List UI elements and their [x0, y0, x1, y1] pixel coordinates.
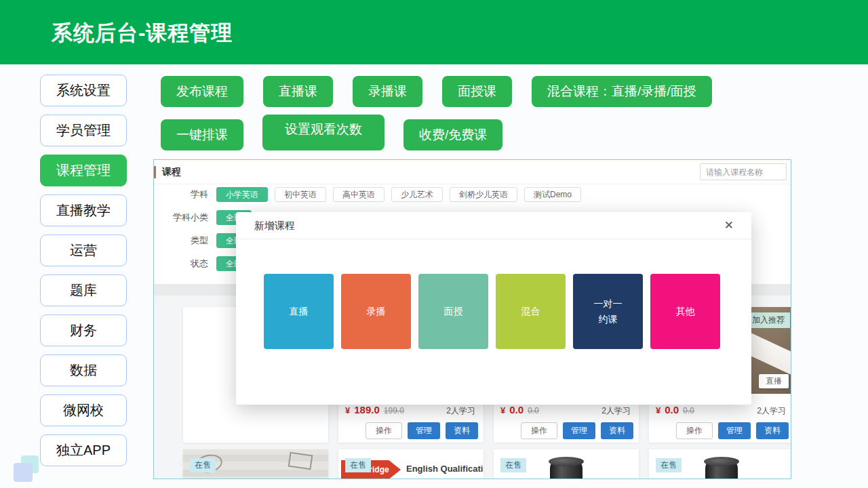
manage-button[interactable]: 管理	[563, 422, 595, 439]
students-count: 2人学习	[757, 405, 786, 417]
course-card[interactable]: 在售	[494, 449, 639, 479]
page-title: 系统后台-课程管理	[52, 19, 233, 47]
manage-button[interactable]: 管理	[408, 422, 440, 439]
sidebar-item-data[interactable]: 数据	[40, 354, 127, 386]
sidebar-item-operations[interactable]: 运营	[40, 235, 127, 266]
students-count: 2人学习	[601, 405, 631, 417]
type-card-live[interactable]: 直播	[264, 274, 334, 349]
pill-paid-free-course[interactable]: 收费/免费课	[403, 119, 502, 150]
sidebar-item-micro-school[interactable]: 微网校	[40, 394, 127, 426]
filter-label-status: 状态	[166, 258, 208, 270]
sidebar-item-standalone-app[interactable]: 独立APP	[40, 434, 127, 466]
decor-square-blue	[14, 463, 33, 482]
on-sale-badge: 在售	[656, 458, 682, 472]
type-card-other[interactable]: 其他	[650, 274, 720, 349]
feature-pills-row2: 一键排课 设置观看次数 收费/免费课	[161, 119, 502, 150]
accent-bar	[154, 166, 156, 178]
sidebar-item-system-settings[interactable]: 系统设置	[40, 75, 127, 106]
new-course-modal: 新增课程 ✕ 直播 录播 面授 混合 一对一 约课 其他	[236, 212, 751, 405]
material-button[interactable]: 资料	[446, 422, 478, 439]
sidebar-item-live-teaching[interactable]: 直播教学	[40, 195, 127, 226]
pill-live-course[interactable]: 直播课	[263, 76, 333, 107]
modal-divider	[236, 239, 751, 239]
filter-label-subject: 学科	[166, 188, 208, 201]
type-card-label-line2: 约课	[599, 312, 618, 327]
pill-offline-course[interactable]: 面授课	[442, 76, 512, 107]
panel-header: 课程	[154, 160, 791, 184]
filter-label-subcategory: 学科小类	[166, 211, 208, 224]
modal-title: 新增课程	[254, 220, 295, 232]
type-card-label-line1: 一对一	[594, 296, 623, 311]
currency-symbol: ¥	[345, 405, 350, 415]
cambridge-text: English Qualifications	[406, 464, 484, 474]
course-card[interactable]: 在售	[183, 449, 328, 479]
type-card-one-on-one[interactable]: 一对一 约课	[573, 274, 643, 349]
recommend-badge: 加入推荐	[747, 312, 790, 328]
pill-recorded-course[interactable]: 录播课	[353, 76, 422, 107]
course-card[interactable]: 在售	[649, 449, 791, 479]
type-card-offline[interactable]: 面授	[418, 274, 488, 349]
students-count: 2人学习	[446, 405, 475, 417]
sidebar-item-question-bank[interactable]: 题库	[40, 274, 127, 306]
course-original-price: 0.0	[528, 406, 539, 415]
operate-button[interactable]: 操作	[676, 422, 713, 439]
filter-row-subject: 学科 小学英语 初中英语 高中英语 少儿艺术 剑桥少儿英语 测试Demo	[166, 187, 581, 202]
filter-label-type: 类型	[166, 235, 208, 247]
operate-button[interactable]: 操作	[521, 422, 557, 439]
app-header: 系统后台-课程管理	[0, 0, 868, 64]
sidebar: 系统设置 学员管理 课程管理 直播教学 运营 题库 财务 数据 微网校 独立AP…	[40, 75, 127, 466]
course-original-price: 0.0	[683, 406, 694, 415]
material-button[interactable]: 资料	[756, 422, 789, 439]
currency-symbol: ¥	[500, 405, 505, 415]
course-original-price: 199.0	[384, 406, 404, 415]
panel-title: 课程	[162, 166, 181, 178]
pill-set-view-count[interactable]: 设置观看次数	[262, 115, 384, 150]
subject-tag-cambridge-kids[interactable]: 剑桥少儿英语	[450, 187, 517, 202]
course-price: 0.0	[509, 404, 524, 415]
pill-one-click-schedule[interactable]: 一键排课	[161, 119, 243, 150]
on-sale-badge: 在售	[500, 458, 526, 472]
manage-button[interactable]: 管理	[718, 422, 751, 439]
material-button[interactable]: 资料	[601, 422, 633, 439]
sidebar-item-course-management[interactable]: 课程管理	[40, 155, 127, 186]
currency-symbol: ¥	[656, 405, 660, 415]
live-type-badge: 直播	[759, 374, 789, 388]
course-type-cards: 直播 录播 面授 混合 一对一 约课 其他	[264, 274, 720, 349]
feature-pills-row1: 发布课程 直播课 录播课 面授课 混合课程：直播/录播/面授	[161, 76, 712, 107]
operate-button[interactable]: 操作	[366, 422, 402, 439]
type-card-recorded[interactable]: 录播	[341, 274, 411, 349]
on-sale-badge: 在售	[190, 458, 216, 472]
course-card[interactable]: Cambridge English Qualifications 在售	[338, 449, 484, 479]
course-price: 189.0	[354, 404, 380, 415]
close-icon[interactable]: ✕	[724, 218, 734, 232]
sidebar-item-finance[interactable]: 财务	[40, 314, 127, 346]
subject-tag-kids-art[interactable]: 少儿艺术	[391, 187, 443, 202]
pill-mixed-course[interactable]: 混合课程：直播/录播/面授	[532, 76, 712, 107]
on-sale-badge: 在售	[345, 458, 371, 472]
subject-tag-senior-english[interactable]: 高中英语	[333, 187, 384, 202]
subject-tag-junior-english[interactable]: 初中英语	[275, 187, 326, 202]
sidebar-item-student-management[interactable]: 学员管理	[40, 115, 127, 146]
course-search-input[interactable]	[700, 163, 787, 180]
pill-publish-course[interactable]: 发布课程	[161, 76, 243, 107]
course-price: 0.0	[665, 404, 679, 415]
subject-tag-test-demo[interactable]: 测试Demo	[524, 187, 581, 202]
subject-tag-primary-english[interactable]: 小学英语	[216, 187, 268, 202]
type-card-mixed[interactable]: 混合	[496, 274, 566, 349]
